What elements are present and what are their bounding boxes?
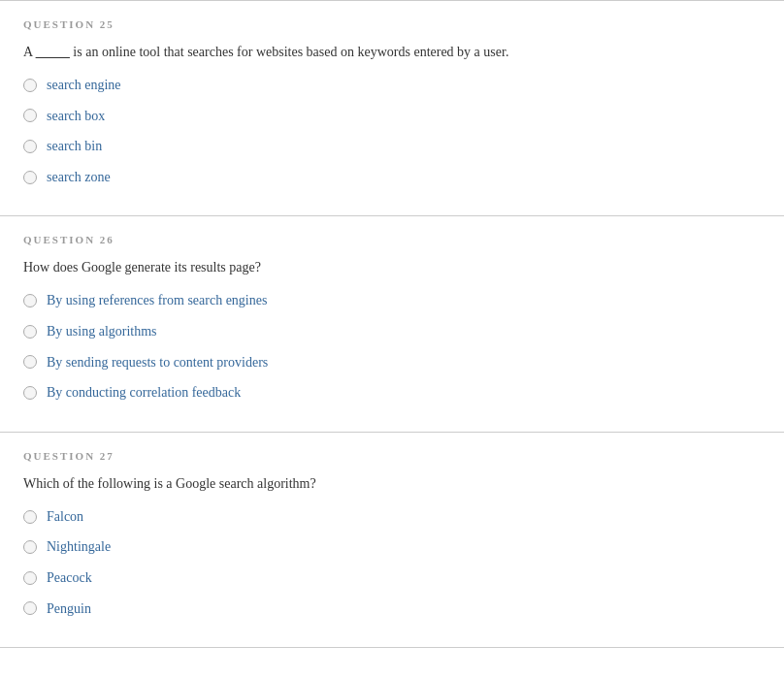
- question-27-text: Which of the following is a Google searc…: [23, 473, 761, 494]
- question-25-block: QUESTION 25 A _____ is an online tool th…: [0, 0, 784, 216]
- list-item: Nightingale: [23, 535, 761, 559]
- question-26-options: By using references from search engines …: [23, 289, 761, 404]
- blank-indicator: _____: [36, 45, 70, 59]
- q25-option-4-radio[interactable]: [23, 171, 37, 184]
- q27-option-2-label[interactable]: Nightingale: [47, 537, 111, 557]
- list-item: search engine: [23, 74, 761, 97]
- question-27-block: QUESTION 27 Which of the following is a …: [0, 433, 784, 648]
- list-item: search bin: [23, 135, 761, 158]
- q27-option-3-label[interactable]: Peacock: [47, 568, 92, 588]
- q26-option-1-label[interactable]: By using references from search engines: [47, 291, 267, 310]
- q26-option-2-radio[interactable]: [23, 325, 37, 339]
- q26-option-4-radio[interactable]: [23, 386, 37, 400]
- question-27-label: QUESTION 27: [23, 450, 761, 462]
- question-25-label: QUESTION 25: [23, 18, 761, 30]
- q27-option-3-radio[interactable]: [23, 571, 37, 585]
- q27-option-2-radio[interactable]: [23, 540, 37, 554]
- question-27-options: Falcon Nightingale Peacock Penguin: [23, 505, 761, 620]
- q25-option-4-label[interactable]: search zone: [47, 168, 111, 187]
- question-25-text: A _____ is an online tool that searches …: [23, 42, 761, 62]
- list-item: By conducting correlation feedback: [23, 381, 761, 404]
- q25-option-2-label[interactable]: search box: [47, 107, 105, 126]
- question-26-text: How does Google generate its results pag…: [23, 257, 761, 277]
- q25-option-2-radio[interactable]: [23, 109, 37, 122]
- q26-option-3-label[interactable]: By sending requests to content providers: [47, 353, 268, 372]
- list-item: search zone: [23, 166, 761, 189]
- list-item: Penguin: [23, 598, 761, 621]
- question-26-label: QUESTION 26: [23, 234, 761, 245]
- q26-option-1-radio[interactable]: [23, 294, 37, 307]
- questions-container: QUESTION 25 A _____ is an online tool th…: [0, 0, 784, 648]
- list-item: Peacock: [23, 566, 761, 590]
- q25-option-1-radio[interactable]: [23, 79, 37, 92]
- list-item: search box: [23, 105, 761, 128]
- list-item: By using references from search engines: [23, 289, 761, 312]
- q27-option-1-label[interactable]: Falcon: [47, 507, 83, 527]
- q27-option-1-radio[interactable]: [23, 510, 37, 524]
- q25-option-3-label[interactable]: search bin: [47, 137, 102, 156]
- q26-option-3-radio[interactable]: [23, 355, 37, 369]
- q26-option-4-label[interactable]: By conducting correlation feedback: [47, 383, 241, 403]
- list-item: Falcon: [23, 505, 761, 529]
- q26-option-2-label[interactable]: By using algorithms: [47, 322, 157, 341]
- q25-option-1-label[interactable]: search engine: [47, 76, 121, 95]
- question-26-block: QUESTION 26 How does Google generate its…: [0, 216, 784, 432]
- q27-option-4-label[interactable]: Penguin: [47, 599, 91, 619]
- q25-option-3-radio[interactable]: [23, 140, 37, 153]
- list-item: By using algorithms: [23, 320, 761, 343]
- q27-option-4-radio[interactable]: [23, 601, 37, 615]
- question-25-options: search engine search box search bin sear…: [23, 74, 761, 188]
- list-item: By sending requests to content providers: [23, 351, 761, 374]
